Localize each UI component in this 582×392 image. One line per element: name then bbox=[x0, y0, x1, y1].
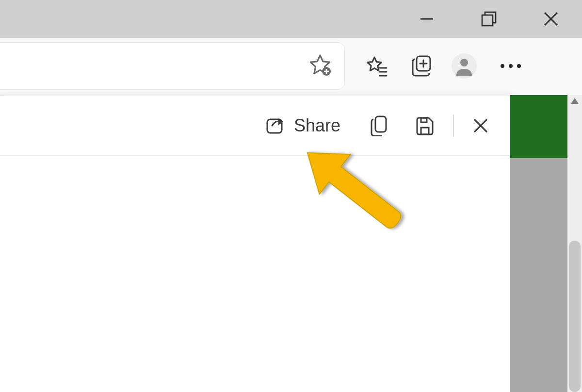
window-maximize-button[interactable] bbox=[458, 0, 520, 38]
scroll-up-icon bbox=[571, 98, 579, 104]
share-icon bbox=[265, 116, 284, 135]
svg-point-14 bbox=[460, 59, 468, 66]
toolbar-divider bbox=[453, 114, 454, 137]
background-green-block bbox=[510, 95, 567, 158]
settings-menu-button[interactable] bbox=[490, 43, 532, 89]
maximize-icon bbox=[481, 11, 497, 27]
collections-icon bbox=[411, 54, 434, 78]
svg-point-17 bbox=[517, 64, 521, 68]
window-minimize-button[interactable] bbox=[396, 0, 458, 38]
save-button[interactable] bbox=[404, 107, 446, 145]
scrollbar-thumb[interactable] bbox=[569, 241, 581, 392]
window-titlebar bbox=[0, 0, 582, 38]
copy-button[interactable] bbox=[358, 107, 401, 145]
profile-button[interactable] bbox=[443, 43, 485, 89]
share-label: Share bbox=[294, 115, 340, 136]
favorites-button[interactable] bbox=[356, 43, 398, 89]
scrollbar[interactable] bbox=[567, 95, 582, 392]
star-list-icon bbox=[365, 54, 388, 78]
svg-rect-2 bbox=[482, 15, 493, 26]
collections-button[interactable] bbox=[402, 43, 443, 89]
background-window bbox=[510, 95, 582, 392]
svg-rect-19 bbox=[375, 116, 386, 132]
address-bar[interactable] bbox=[0, 43, 344, 89]
svg-rect-21 bbox=[421, 118, 427, 122]
panel-close-button[interactable] bbox=[461, 107, 501, 145]
person-icon bbox=[454, 56, 474, 76]
minimize-icon bbox=[420, 12, 434, 26]
save-icon bbox=[415, 116, 435, 135]
svg-point-15 bbox=[501, 64, 504, 68]
share-button[interactable]: Share bbox=[250, 107, 355, 145]
svg-rect-20 bbox=[421, 128, 429, 134]
close-icon bbox=[472, 117, 489, 134]
svg-point-16 bbox=[509, 64, 513, 68]
copy-icon bbox=[370, 115, 389, 136]
window-close-button[interactable] bbox=[520, 0, 582, 38]
star-plus-icon bbox=[308, 53, 332, 77]
web-capture-panel: Share bbox=[0, 95, 510, 392]
add-favorite-button[interactable] bbox=[308, 53, 332, 79]
ellipsis-icon bbox=[500, 63, 522, 69]
close-icon bbox=[543, 11, 559, 27]
panel-toolbar: Share bbox=[0, 96, 510, 156]
avatar bbox=[452, 53, 477, 79]
